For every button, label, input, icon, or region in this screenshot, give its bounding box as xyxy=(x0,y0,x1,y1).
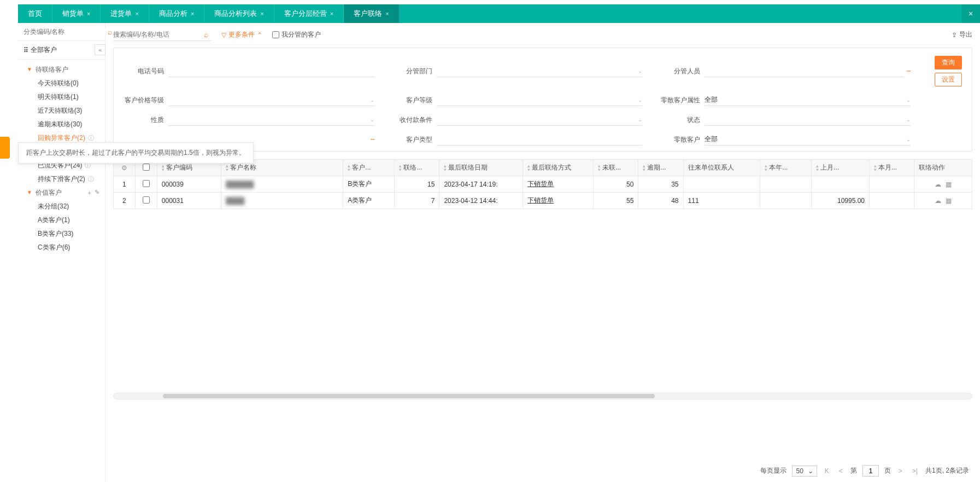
row-checkbox[interactable] xyxy=(143,180,150,187)
filter-status[interactable]: ⌄ xyxy=(705,114,911,126)
help-icon[interactable]: ⓘ xyxy=(88,175,94,183)
tooltip: 距客户上次交易时长，超过了此客户的平均交易周期的1.5倍，则视为异常。 xyxy=(18,142,254,164)
sidebar-item-b[interactable]: B类客户(33) xyxy=(18,227,105,241)
col-contacts[interactable]: ▴▾联络... xyxy=(395,160,439,176)
close-icon[interactable]: × xyxy=(260,10,263,17)
row-checkbox[interactable] xyxy=(143,196,150,204)
select-all-checkbox[interactable] xyxy=(143,164,150,171)
more-icon[interactable]: ┄ xyxy=(371,136,374,143)
wechat-icon[interactable]: ☁ xyxy=(935,181,941,188)
close-icon[interactable]: × xyxy=(191,10,194,17)
filter-price-level[interactable]: ⌄ xyxy=(168,94,374,106)
qr-icon[interactable]: ▦ xyxy=(946,181,952,188)
more-conditions-toggle[interactable]: ▽ 更多条件 ⌃ xyxy=(221,30,262,39)
filter-person[interactable] xyxy=(705,65,903,77)
edit-icon[interactable]: ✎ xyxy=(95,189,99,197)
col-overdue[interactable]: ▴▾逾期... xyxy=(638,160,683,176)
cell-year xyxy=(760,193,812,209)
table-row[interactable]: 1 000039 ██████ B类客户 15 2023-04-17 14:19… xyxy=(114,176,972,193)
search-icon[interactable]: ⌕ xyxy=(204,30,208,39)
result-table: ⚙ ▴▾客户编码 ▴▾客户名称 ▴▾客户... ▴▾联络... ▴▾最后联络日期… xyxy=(113,159,972,209)
item-label: C类客户(6) xyxy=(38,243,70,252)
next-page-button[interactable]: > xyxy=(896,467,905,475)
filter-nature[interactable]: ⌄ xyxy=(168,114,374,126)
last-page-button[interactable]: >| xyxy=(910,467,920,475)
lastway-link[interactable]: 下销货单 xyxy=(527,180,554,188)
page-input[interactable] xyxy=(862,465,879,477)
tab-home[interactable]: 首页 xyxy=(18,4,52,23)
main-search-input[interactable] xyxy=(113,28,201,40)
lastway-link[interactable]: 下销货单 xyxy=(527,196,554,204)
close-icon[interactable]: × xyxy=(135,10,138,17)
sidebar-search-input[interactable] xyxy=(24,28,105,36)
tab-label: 商品分析 xyxy=(159,9,187,19)
col-lastmonth[interactable]: ▴▾上月... xyxy=(812,160,870,176)
close-all-tabs[interactable]: × xyxy=(961,4,980,23)
sidebar-item-ungrouped[interactable]: 未分组(32) xyxy=(18,200,105,213)
sidebar-item-declining[interactable]: 持续下滑客户(2)ⓘ xyxy=(18,172,105,186)
filter-label-person: 分管人员 xyxy=(655,67,705,76)
mine-checkbox-input[interactable] xyxy=(272,31,279,38)
close-icon[interactable]: × xyxy=(330,10,333,17)
col-lastway[interactable]: ▴▾最后联络方式 xyxy=(523,160,594,176)
sidebar-item-c[interactable]: C类客户(6) xyxy=(18,241,105,254)
tab-customer-tier[interactable]: 客户分层经营× xyxy=(274,4,344,23)
tab-sales[interactable]: 销货单× xyxy=(52,4,101,23)
col-nocontact[interactable]: ▴▾未联... xyxy=(594,160,638,176)
chevron-down-icon: ⌄ xyxy=(906,117,911,123)
perpage-value: 50 xyxy=(796,467,803,475)
prev-page-button[interactable]: < xyxy=(837,467,845,475)
wechat-icon[interactable]: ☁ xyxy=(935,197,941,205)
sidebar-search: ⌕ xyxy=(18,23,105,41)
close-icon[interactable]: × xyxy=(87,10,90,17)
sidebar-all-customers[interactable]: ⠿ 全部客户 « xyxy=(18,41,105,60)
col-linkman[interactable]: 往来单位联系人 xyxy=(683,160,760,176)
mine-checkbox[interactable]: 我分管的客户 xyxy=(272,30,321,39)
query-button[interactable]: 查询 xyxy=(935,56,962,69)
col-thismonth[interactable]: ▴▾本月... xyxy=(870,160,914,176)
table-row[interactable]: 2 000031 ████ A类客户 7 2023-04-12 14:44: 下… xyxy=(114,193,972,209)
sidebar-item-a[interactable]: A类客户(1) xyxy=(18,213,105,227)
sidebar-item-7days[interactable]: 近7天待联络(3) xyxy=(18,104,105,118)
left-drawer-handle[interactable] xyxy=(0,137,10,159)
filter-scatter[interactable]: 全部⌄ xyxy=(705,133,911,146)
export-button[interactable]: ⇪ 导出 xyxy=(952,30,972,39)
sidebar-group-pending[interactable]: ▼ 待联络客户 xyxy=(18,63,105,77)
col-level[interactable]: ▴▾客户... xyxy=(343,160,395,176)
col-lastdate[interactable]: ▴▾最后联络日期 xyxy=(439,160,523,176)
filter-payment[interactable]: ⌄ xyxy=(437,114,643,126)
perpage-select[interactable]: 50⌄ xyxy=(792,466,817,477)
filter-dept[interactable]: ⌄ xyxy=(437,65,643,77)
first-page-button[interactable]: K xyxy=(823,467,831,475)
col-label: 联络... xyxy=(403,164,422,171)
tab-purchase[interactable]: 进货单× xyxy=(101,4,149,23)
close-icon[interactable]: × xyxy=(385,10,389,17)
cell-contacts: 15 xyxy=(395,176,439,193)
col-year[interactable]: ▴▾本年... xyxy=(760,160,812,176)
scrollbar-thumb[interactable] xyxy=(163,394,655,398)
sidebar-item-tomorrow[interactable]: 明天待联络(1) xyxy=(18,90,105,104)
tab-product-analysis-list[interactable]: 商品分析列表× xyxy=(204,4,274,23)
qr-icon[interactable]: ▦ xyxy=(946,197,952,205)
pager-summary: 共1页, 2条记录 xyxy=(925,466,969,475)
sidebar-item-overdue[interactable]: 逾期未联络(30) xyxy=(18,118,105,131)
tab-product-analysis[interactable]: 商品分析× xyxy=(149,4,204,23)
col-actions: 联络动作 xyxy=(914,160,972,176)
tooltip-text: 距客户上次交易时长，超过了此客户的平均交易周期的1.5倍，则视为异常。 xyxy=(26,149,245,156)
tab-customer-contact[interactable]: 客户联络× xyxy=(344,4,399,23)
horizontal-scrollbar[interactable] xyxy=(113,393,972,399)
item-label: B类客户(33) xyxy=(38,229,73,239)
sidebar-item-today[interactable]: 今天待联络(0) xyxy=(18,77,105,90)
filter-cust-type[interactable] xyxy=(437,133,643,146)
add-icon[interactable]: ＋ xyxy=(86,189,92,197)
help-icon[interactable]: ⓘ xyxy=(88,134,94,142)
sidebar-group-value[interactable]: ▼ 价值客户 ＋✎ xyxy=(18,186,105,200)
filter-scatter-attr[interactable]: 全部⌄ xyxy=(705,94,911,106)
settings-button[interactable]: 设置 xyxy=(935,73,962,86)
collapse-sidebar-icon[interactable]: « xyxy=(95,44,105,55)
more-icon[interactable]: ┄ xyxy=(907,67,911,75)
tab-label: 客户分层经营 xyxy=(284,9,327,19)
filter-cust-level[interactable]: ⌄ xyxy=(437,94,643,106)
filter-phone[interactable] xyxy=(168,65,374,77)
filter-label-status: 状态 xyxy=(655,115,705,125)
